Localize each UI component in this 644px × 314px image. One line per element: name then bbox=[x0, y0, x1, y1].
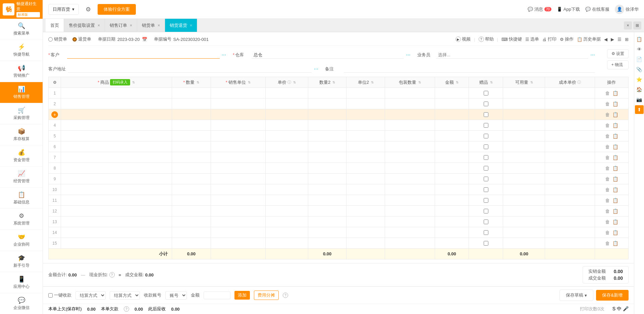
delete-icon[interactable]: 🗑 bbox=[605, 133, 610, 139]
delete-icon[interactable]: 🗑 bbox=[605, 187, 610, 192]
sidebar-item-marketing[interactable]: 📢 营销推广 bbox=[0, 61, 43, 82]
sidebar-item-collab[interactable]: 🤝 企业协同 bbox=[0, 230, 43, 251]
delete-icon[interactable]: 🗑 bbox=[605, 166, 610, 171]
settings-btn[interactable]: ⚙ 设置 bbox=[607, 49, 629, 58]
copy-icon[interactable]: 📋 bbox=[612, 198, 618, 203]
delete-icon[interactable]: 🗑 bbox=[605, 208, 610, 214]
price-cell[interactable] bbox=[265, 88, 308, 99]
settlement-select[interactable]: 结算方式 bbox=[75, 291, 106, 300]
calc-select[interactable]: 结算方式 bbox=[110, 291, 140, 300]
topbar-settings-btn[interactable]: ⚙ bbox=[83, 4, 94, 15]
delete-icon[interactable]: 🗑 bbox=[605, 176, 610, 182]
action-print[interactable]: 🖨 打印 bbox=[542, 36, 556, 42]
action-next[interactable]: ▶ bbox=[611, 37, 614, 42]
delete-icon[interactable]: 🗑 bbox=[605, 112, 610, 117]
address-more-btn[interactable]: ··· bbox=[314, 66, 318, 72]
product-cell[interactable] bbox=[61, 88, 172, 99]
copy-icon[interactable]: 📋 bbox=[612, 187, 618, 192]
radio-sale[interactable]: 销货单 bbox=[48, 36, 67, 42]
customer-more-btn[interactable]: ··· bbox=[222, 52, 226, 58]
tab-close-icon[interactable]: × bbox=[130, 23, 132, 28]
rp-icon-2[interactable]: 👁 bbox=[635, 45, 644, 54]
gift-checkbox[interactable] bbox=[484, 123, 488, 128]
tab-sales-order[interactable]: 销售订单 × bbox=[105, 19, 137, 32]
sidebar-item-newguide[interactable]: 🎓 新手引导 bbox=[0, 251, 43, 272]
scan-btn[interactable]: 扫码录入 bbox=[110, 79, 130, 85]
cost-cell[interactable] bbox=[545, 88, 595, 99]
daily-goods-selector[interactable]: 日用百货 ▾ bbox=[48, 4, 79, 15]
copy-icon[interactable]: 📋 bbox=[612, 123, 618, 128]
tab-close-icon[interactable]: × bbox=[158, 23, 160, 28]
tab-close-all-btn[interactable]: × bbox=[624, 21, 632, 29]
radio-return[interactable]: 退货单 bbox=[72, 36, 91, 42]
price-sort-icon[interactable]: ⇅ bbox=[293, 80, 296, 84]
rp-icon-8[interactable]: ⬆ bbox=[635, 105, 644, 114]
sidebar-item-system[interactable]: ⚙ 系统管理 bbox=[0, 209, 43, 230]
tab-close-icon-active[interactable]: × bbox=[190, 23, 192, 28]
warehouse-more-btn[interactable]: ··· bbox=[406, 52, 410, 58]
available-cell[interactable] bbox=[503, 88, 545, 99]
amount-input[interactable] bbox=[204, 292, 230, 299]
sidebar-item-shortcut[interactable]: ⚡ 快捷导航 bbox=[0, 40, 43, 61]
add-payment-btn[interactable]: 添加 bbox=[234, 291, 250, 300]
rp-icon-4[interactable]: 📎 bbox=[635, 65, 644, 74]
qty2-cell[interactable] bbox=[308, 88, 346, 99]
amount-cell[interactable] bbox=[435, 88, 469, 99]
radio-sale-input[interactable] bbox=[48, 37, 53, 42]
gift-checkbox[interactable] bbox=[484, 219, 488, 224]
sidebar-item-search[interactable]: 🔍 搜索菜单 bbox=[0, 19, 43, 40]
warehouse-input[interactable] bbox=[252, 51, 404, 59]
one-key-payment-input[interactable] bbox=[48, 293, 53, 298]
save-new-btn[interactable]: 保存&新增 bbox=[596, 290, 629, 301]
delete-icon[interactable]: 🗑 bbox=[605, 144, 610, 149]
pkg-cell[interactable] bbox=[385, 88, 435, 99]
unit-cell[interactable] bbox=[211, 88, 265, 99]
qty-sort-icon[interactable]: ⇅ bbox=[197, 80, 199, 84]
delete-icon[interactable]: 🗑 bbox=[605, 123, 610, 128]
customer-input[interactable] bbox=[67, 51, 220, 59]
unit-sort-icon[interactable]: ⇅ bbox=[248, 80, 251, 84]
gift-checkbox[interactable] bbox=[484, 144, 488, 149]
product-input-active[interactable] bbox=[64, 112, 169, 117]
user-btn[interactable]: 👤 徐泽华 bbox=[615, 5, 639, 14]
action-video[interactable]: ▶ 视频 bbox=[455, 36, 471, 42]
amount-sort-icon[interactable]: ⇅ bbox=[456, 80, 459, 84]
sidebar-item-operation[interactable]: 📈 经营管理 bbox=[0, 167, 43, 188]
fee-split-btn[interactable]: 费用分摊 bbox=[254, 291, 279, 300]
gift-checkbox[interactable] bbox=[484, 187, 488, 192]
copy-icon[interactable]: 📋 bbox=[612, 133, 618, 139]
action-card-view[interactable]: ⊞ bbox=[625, 37, 629, 42]
action-help[interactable]: ? 帮助 bbox=[479, 36, 494, 42]
copy-icon[interactable]: 📋 bbox=[612, 166, 618, 171]
rp-icon-3[interactable]: 📄 bbox=[635, 55, 644, 64]
action-shortcut[interactable]: ⌨ 快捷键 bbox=[501, 36, 522, 42]
save-draft-btn[interactable]: 保存草稿 ▾ bbox=[559, 290, 593, 301]
sidebar-item-inventory[interactable]: 📦 库存核算 bbox=[0, 124, 43, 145]
gift-checkbox[interactable] bbox=[484, 112, 488, 117]
rp-icon-7[interactable]: 📷 bbox=[635, 95, 644, 104]
trial-btn[interactable]: 体验行业方案 bbox=[98, 4, 136, 15]
note-input[interactable] bbox=[344, 65, 595, 73]
qty-cell[interactable] bbox=[172, 88, 211, 99]
account-select[interactable]: 账号 bbox=[165, 291, 187, 300]
sidebar-item-wechat[interactable]: 💬 企业微信 bbox=[0, 293, 43, 314]
sidebar-item-appcenter[interactable]: 📱 应用中心 bbox=[0, 272, 43, 293]
copy-icon[interactable]: 📋 bbox=[612, 176, 618, 182]
gift-checkbox[interactable] bbox=[484, 209, 488, 213]
tab-close-icon[interactable]: × bbox=[98, 23, 100, 28]
copy-icon[interactable]: 📋 bbox=[612, 219, 618, 225]
action-list-view[interactable]: ☰ bbox=[618, 37, 622, 42]
sidebar-item-sales[interactable]: 📊 销售管理 bbox=[0, 82, 43, 103]
delete-icon[interactable]: 🗑 bbox=[605, 198, 610, 203]
rp-icon-1[interactable]: 📋 bbox=[635, 35, 644, 44]
logistics-btn[interactable]: + 物流 bbox=[607, 60, 629, 69]
salesperson-more-btn[interactable]: ··· bbox=[590, 52, 595, 58]
sidebar-item-finance[interactable]: 💰 资金管理 bbox=[0, 145, 43, 167]
action-history[interactable]: 📋 历史单据 bbox=[577, 36, 601, 42]
calendar-icon[interactable]: 📅 bbox=[142, 37, 147, 42]
available-sort-icon[interactable]: ⇅ bbox=[530, 80, 533, 84]
copy-icon[interactable]: 📋 bbox=[612, 155, 618, 160]
tab-grid-btn[interactable]: ⊞ bbox=[633, 21, 641, 29]
copy-icon[interactable]: 📋 bbox=[612, 230, 618, 235]
pkg-sort-icon[interactable]: ⇅ bbox=[418, 80, 421, 84]
